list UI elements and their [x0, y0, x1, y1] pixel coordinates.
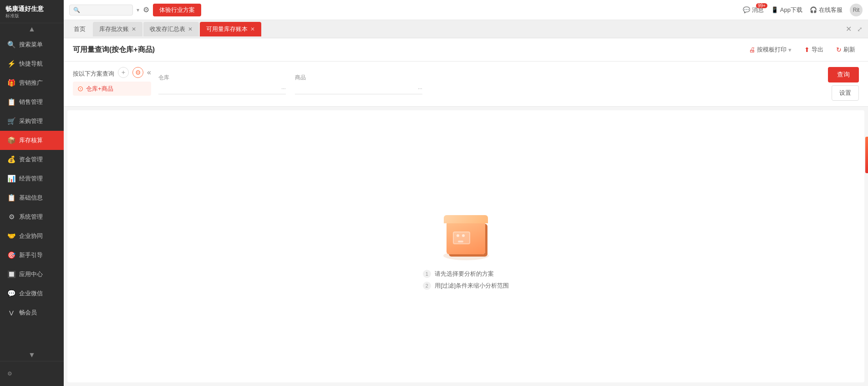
- message-btn[interactable]: 💬 消息 99+: [743, 6, 764, 14]
- scroll-down-btn[interactable]: ▼: [0, 349, 64, 361]
- tab-summary-close-icon[interactable]: ✕: [188, 26, 193, 32]
- sidebar-icon-0: 🔍: [7, 41, 15, 49]
- hint1-text: 请先选择要分析的方案: [435, 270, 494, 278]
- collapse-icon[interactable]: «: [147, 68, 151, 77]
- sidebar-item-settings[interactable]: ⚙: [0, 365, 64, 382]
- tab-available-qty[interactable]: 可用量库存账本 ✕: [200, 22, 261, 36]
- user-avatar[interactable]: Rit: [850, 4, 863, 16]
- print-chevron-icon: ▾: [788, 46, 792, 53]
- topbar-chevron-icon[interactable]: ▾: [137, 7, 139, 13]
- tab-available-label: 可用量库存账本: [206, 25, 248, 33]
- print-label: 按模板打印: [757, 46, 787, 54]
- scheme-item-warehouse-goods[interactable]: ⊙ 仓库+商品: [73, 82, 151, 96]
- print-btn[interactable]: 🖨 按模板打印 ▾: [745, 44, 795, 56]
- topbar-gear-icon[interactable]: ⚙: [143, 5, 149, 14]
- sidebar-item-12[interactable]: 🔲 应用中心: [0, 265, 64, 284]
- filter-area: 按以下方案查询 ＋ ⚙ « ⊙ 仓库+商品 仓库 ··: [64, 62, 868, 107]
- sidebar-icon-1: ⚡: [7, 60, 15, 68]
- page-title: 可用量查询(按仓库+商品): [73, 45, 155, 55]
- tab-summary-label: 收发存汇总表: [150, 25, 185, 33]
- user-initial: Rit: [853, 7, 860, 13]
- content-body: 1 请先选择要分析的方案 2 用[过滤]条件来缩小分析范围: [67, 110, 864, 382]
- expand-icon[interactable]: ⤢: [855, 24, 864, 35]
- sidebar-item-8[interactable]: 📋 基础信息: [0, 188, 64, 207]
- sidebar-item-13[interactable]: 💬 企业微信: [0, 284, 64, 303]
- sidebar-icon-8: 📋: [7, 194, 15, 202]
- trial-btn[interactable]: 体验行业方案: [153, 4, 201, 16]
- sidebar-label-10: 企业协同: [19, 232, 43, 240]
- sidebar-label-14: 畅会员: [19, 309, 37, 317]
- sidebar-item-14[interactable]: V 畅会员: [0, 303, 64, 322]
- sidebar-label-1: 快捷导航: [19, 60, 43, 68]
- empty-hints: 1 请先选择要分析的方案 2 用[过滤]条件来缩小分析范围: [423, 270, 509, 290]
- app-version: 标准版: [5, 13, 58, 19]
- filter-scheme-list: ⊙ 仓库+商品: [73, 82, 151, 96]
- sidebar-item-10[interactable]: 🤝 企业协同: [0, 226, 64, 246]
- online-service-btn[interactable]: 🎧 在线客服: [810, 6, 843, 14]
- goods-input[interactable]: [295, 85, 416, 92]
- tab-batch-account[interactable]: 库存批次账 ✕: [93, 22, 142, 36]
- warehouse-input-wrap: ···: [158, 83, 286, 94]
- sidebar-label-4: 采购管理: [19, 117, 43, 125]
- avatar: Rit: [850, 4, 863, 16]
- sidebar-label-12: 应用中心: [19, 270, 43, 278]
- sidebar-label-13: 企业微信: [19, 289, 43, 298]
- sidebar-icon-11: 🎯: [7, 251, 15, 259]
- goods-more-icon[interactable]: ···: [418, 85, 422, 92]
- message-badge: 99+: [756, 3, 767, 8]
- warehouse-more-icon[interactable]: ···: [281, 85, 286, 92]
- scheme-item-label: 仓库+商品: [86, 85, 113, 93]
- sidebar-icon-13: 💬: [7, 289, 15, 298]
- scroll-up-btn[interactable]: ▲: [0, 23, 64, 35]
- content-area: 可用量查询(按仓库+商品) 🖨 按模板打印 ▾ ⬆ 导出 ↻ 刷新: [64, 38, 868, 386]
- tab-available-close-icon[interactable]: ✕: [250, 26, 255, 32]
- refresh-label: 刷新: [843, 46, 855, 54]
- tab-batch-label: 库存批次账: [99, 25, 129, 33]
- setting-btn[interactable]: 设置: [832, 85, 859, 101]
- sidebar-label-7: 经营管理: [19, 175, 43, 183]
- sidebar-item-4[interactable]: 🛒 采购管理: [0, 112, 64, 131]
- query-btn[interactable]: 查询: [828, 67, 859, 82]
- topbar-search-box[interactable]: 🔍: [69, 5, 133, 15]
- page-actions: 🖨 按模板打印 ▾ ⬆ 导出 ↻ 刷新: [745, 44, 859, 56]
- search-icon: 🔍: [73, 7, 80, 13]
- topbar: 🔍 ▾ ⚙ 体验行业方案 💬 消息 99+ 📱 App下载 🎧 在线客服 R: [64, 0, 868, 20]
- sidebar-item-5[interactable]: 📦 库存核算: [0, 131, 64, 150]
- sidebar-icon-2: 🎁: [7, 79, 15, 87]
- add-scheme-btn[interactable]: ＋: [118, 67, 129, 78]
- sidebar-item-1[interactable]: ⚡ 快捷导航: [0, 54, 64, 73]
- gear-small-icon: ⚙: [7, 371, 12, 377]
- hint2-text: 用[过滤]条件来缩小分析范围: [435, 282, 509, 290]
- goods-field: 商品 ···: [295, 74, 422, 94]
- sidebar-item-0[interactable]: 🔍 搜索菜单: [0, 35, 64, 54]
- sidebar-item-2[interactable]: 🎁 营销推广: [0, 73, 64, 93]
- export-btn[interactable]: ⬆ 导出: [801, 44, 827, 56]
- tab-home[interactable]: 首页: [67, 22, 92, 36]
- edit-scheme-btn[interactable]: ⚙: [132, 67, 143, 78]
- hint1-num: 1: [423, 270, 431, 278]
- empty-hint-1: 1 请先选择要分析的方案: [423, 270, 509, 278]
- filter-label: 按以下方案查询: [73, 67, 114, 78]
- refresh-icon: ↻: [836, 46, 842, 53]
- sidebar-label-3: 销售管理: [19, 98, 43, 106]
- sidebar-item-7[interactable]: 📊 经营管理: [0, 169, 64, 188]
- main-area: 🔍 ▾ ⚙ 体验行业方案 💬 消息 99+ 📱 App下载 🎧 在线客服 R: [64, 0, 868, 386]
- tabs-right-controls: ✕ ⤢: [844, 23, 864, 35]
- close-all-tabs-icon[interactable]: ✕: [844, 23, 853, 35]
- refresh-btn[interactable]: ↻ 刷新: [832, 44, 859, 56]
- warehouse-field: 仓库 ···: [158, 74, 286, 94]
- sidebar-item-11[interactable]: 🎯 新手引导: [0, 246, 64, 265]
- search-input[interactable]: [82, 7, 129, 13]
- app-download-btn[interactable]: 📱 App下载: [771, 6, 802, 14]
- tab-summary[interactable]: 收发存汇总表 ✕: [143, 22, 199, 36]
- sidebar-item-9[interactable]: ⚙ 系统管理: [0, 207, 64, 226]
- tab-batch-close-icon[interactable]: ✕: [132, 26, 136, 32]
- page-header: 可用量查询(按仓库+商品) 🖨 按模板打印 ▾ ⬆ 导出 ↻ 刷新: [64, 38, 868, 62]
- sidebar-item-3[interactable]: 📋 销售管理: [0, 93, 64, 112]
- tabs-bar: 首页 库存批次账 ✕ 收发存汇总表 ✕ 可用量库存账本 ✕ ✕ ⤢: [64, 20, 868, 38]
- empty-hint-2: 2 用[过滤]条件来缩小分析范围: [423, 282, 509, 290]
- sidebar-item-6[interactable]: 💰 资金管理: [0, 150, 64, 169]
- app-name: 畅康通好生意: [5, 5, 58, 13]
- scroll-indicator: [865, 137, 868, 173]
- warehouse-input[interactable]: [158, 85, 279, 92]
